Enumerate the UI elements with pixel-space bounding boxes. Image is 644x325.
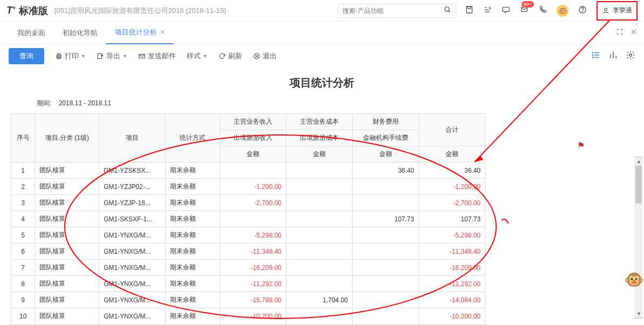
query-button[interactable]: 查询: [9, 48, 44, 64]
vertical-scrollbar[interactable]: ▴ ▾: [634, 157, 643, 319]
message-icon[interactable]: [502, 5, 510, 16]
svg-point-0: [445, 7, 449, 11]
tab-init-nav[interactable]: 初始化导航: [54, 22, 106, 44]
task-icon[interactable]: [483, 5, 492, 16]
cell-v3: 36.40: [352, 162, 419, 179]
notification-icon[interactable]: 99+: [520, 5, 529, 16]
mail-icon: [138, 52, 146, 60]
th-main-cost[interactable]: 主营业务成本: [286, 114, 353, 130]
logo-sup: +: [12, 5, 16, 11]
cell-seq: 1: [11, 162, 35, 179]
cell-v4: -11,292.00: [419, 276, 485, 292]
th-total[interactable]: 合计: [419, 114, 485, 146]
tabs-right: [616, 28, 638, 37]
tab-project-stats[interactable]: 项目统计分析 ✕: [106, 22, 174, 44]
search-input[interactable]: [342, 7, 444, 15]
period-label: 期间:: [37, 99, 51, 107]
cell-v2: [286, 243, 353, 260]
table-row[interactable]: 3团队核算GM1-YZJP-18...期末余额-2,700.00-2,700.0…: [11, 195, 485, 211]
cell-method: 期末余额: [166, 227, 220, 243]
svg-rect-16: [58, 53, 60, 55]
cell-proj: GM1-YNXG/M...: [99, 260, 166, 276]
save-icon[interactable]: [465, 5, 474, 16]
cell-v1: -2,700.00: [220, 195, 286, 211]
cell-v3: [352, 227, 419, 243]
scroll-thumb[interactable]: [635, 166, 642, 204]
scroll-down-icon[interactable]: ▾: [634, 309, 643, 318]
toolbar: 查询 打印▼ 导出▼ 发送邮件 样式▼ 刷新 退出: [0, 44, 644, 68]
svg-rect-3: [468, 6, 470, 9]
cell-proj: GM1-SKSXF-1...: [99, 211, 166, 227]
help-icon[interactable]: [578, 5, 587, 16]
svg-rect-7: [503, 7, 509, 11]
tool-label: 打印: [65, 51, 79, 61]
cell-proj: GM1-YNXG/M...: [99, 243, 166, 260]
th-seq[interactable]: 序号: [11, 114, 35, 162]
tab-label: 我的桌面: [17, 28, 45, 38]
table-row[interactable]: 8团队核算GM1-YNXG/M...期末余额-11,292.00-11,292.…: [11, 276, 485, 292]
tool-label: 导出: [106, 51, 120, 61]
cell-method: 期末余额: [166, 292, 220, 308]
cell-proj: GM1-YZSKSX...: [99, 162, 166, 179]
table-row[interactable]: 7团队核算GM1-YNXG/M...期末余额-16,209.00-16,209.…: [11, 260, 485, 276]
logo-text: T: [6, 5, 12, 16]
th-category[interactable]: 项目.分类 (1级): [35, 114, 99, 162]
th-main-income[interactable]: 主营业务收入: [220, 114, 286, 130]
tab-desktop[interactable]: 我的桌面: [9, 22, 54, 44]
cell-v3: 107.73: [352, 211, 419, 227]
scroll-up-icon[interactable]: ▴: [634, 157, 643, 166]
monkey-icon[interactable]: 🐵: [557, 5, 568, 17]
table-row[interactable]: 6团队核算GM1-YNXG/M...期末余额-11,348.40-11,348.…: [11, 243, 485, 260]
cell-v1: -16,209.00: [220, 260, 286, 276]
th-fin-fee[interactable]: 金融机构手续费: [352, 130, 419, 146]
th-amount-1[interactable]: 金额: [220, 146, 286, 162]
th-amount-3[interactable]: 金额: [352, 146, 419, 162]
table-row[interactable]: 4团队核算GM1-SKSXF-1...期末余额107.73107.73: [11, 211, 485, 227]
user-box[interactable]: 李荣通: [597, 1, 638, 21]
close-icon[interactable]: ✕: [160, 29, 165, 36]
send-mail-button[interactable]: 发送邮件: [138, 51, 176, 61]
cell-v4: -10,200.00: [419, 308, 485, 324]
cell-cat: 团队核算: [35, 195, 99, 211]
svg-point-10: [583, 11, 583, 12]
cell-v4: -2,700.00: [419, 195, 485, 211]
print-button[interactable]: 打印▼: [55, 51, 86, 61]
flag-icon[interactable]: ⚑: [577, 140, 585, 151]
settings-icon[interactable]: [626, 50, 635, 63]
style-button[interactable]: 样式▼: [187, 51, 208, 61]
th-fin-expense[interactable]: 财务费用: [352, 114, 419, 130]
toolbar-right: [591, 50, 635, 63]
export-button[interactable]: 导出▼: [97, 51, 127, 61]
cell-v3: [352, 292, 419, 308]
table-row[interactable]: 10团队核算GM1-YNXG/M...期末余额-10,200.00-10,200…: [11, 308, 485, 324]
th-out-cost[interactable]: 出境旅游成本: [286, 130, 353, 146]
search-icon[interactable]: [444, 6, 451, 15]
th-amount-2[interactable]: 金额: [286, 146, 353, 162]
float-monkey-icon[interactable]: 🐵: [624, 270, 644, 289]
search-box[interactable]: [338, 4, 456, 18]
phone-icon[interactable]: [538, 5, 547, 16]
refresh-button[interactable]: 刷新: [218, 51, 242, 61]
cell-seq: 8: [11, 276, 35, 292]
cell-seq: 9: [11, 292, 35, 308]
th-amount-4[interactable]: 金额: [419, 146, 485, 162]
list-view-icon[interactable]: [591, 50, 601, 63]
th-method[interactable]: 统计方式: [166, 114, 220, 162]
table-row[interactable]: 5团队核算GM1-YNXG/M...期末余额-5,298.00-5,298.00: [11, 227, 485, 243]
cell-proj: GM1-YNXG/M...: [99, 292, 166, 308]
cell-v2: [286, 195, 353, 211]
chart-view-icon[interactable]: [608, 50, 618, 63]
exit-button[interactable]: 退出: [253, 51, 277, 61]
cell-v3: [352, 195, 419, 211]
cell-v2: [286, 179, 353, 195]
close-all-icon[interactable]: [630, 28, 638, 37]
table-row[interactable]: 1团队核算GM1-YZSKSX...期末余额36.4036.40: [11, 162, 485, 179]
table-row[interactable]: 2团队核算GM1-YZJP02-...期末余额-1,200.00-1,200.0…: [11, 179, 485, 195]
print-icon: [55, 52, 63, 60]
th-out-income[interactable]: 出境旅游收入: [220, 130, 286, 146]
th-project[interactable]: 项目: [99, 114, 166, 162]
fullscreen-icon[interactable]: [616, 28, 624, 37]
cell-v4: -5,298.00: [419, 227, 485, 243]
table-row[interactable]: 9团队核算GM1-YNXG/M...期末余额-15,788.001,704.00…: [11, 292, 485, 308]
cell-v1: [220, 162, 286, 179]
